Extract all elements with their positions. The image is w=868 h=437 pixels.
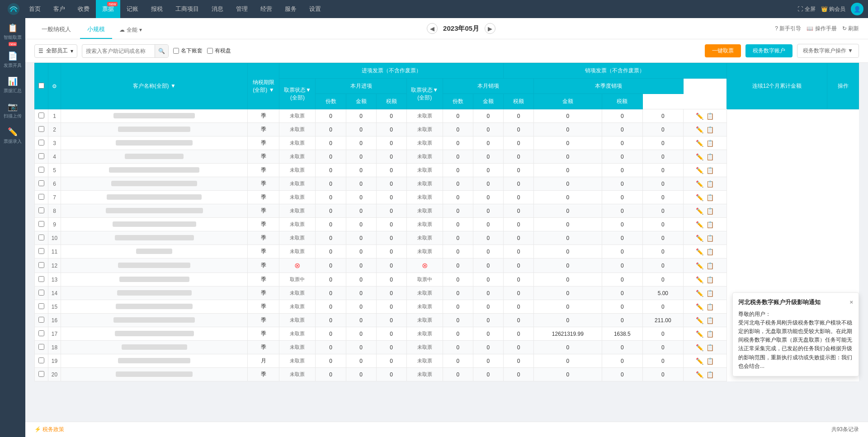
sidebar-item-ticket-entry[interactable]: ✏️ 票据录入 (0, 123, 25, 148)
nav-home[interactable]: 首页 (23, 0, 47, 18)
edit-icon[interactable]: ✏️ (696, 194, 703, 201)
row-select-checkbox[interactable] (38, 371, 44, 377)
tax-digital-account-ops-btn[interactable]: 税务数字账户操作 ▼ (797, 44, 859, 58)
copy-icon[interactable]: 📋 (706, 180, 714, 188)
fullscreen-btn[interactable]: ⛶ 全屏 (797, 5, 815, 13)
copy-icon[interactable]: 📋 (706, 153, 714, 160)
copy-icon[interactable]: 📋 (706, 330, 714, 338)
edit-icon[interactable]: ✏️ (696, 303, 703, 310)
edit-icon[interactable]: ✏️ (696, 290, 703, 297)
nav-fee[interactable]: 收费 (71, 0, 96, 18)
app-logo[interactable] (5, 0, 23, 18)
copy-icon[interactable]: 📋 (706, 126, 714, 133)
row-select-checkbox[interactable] (38, 126, 44, 132)
th-tax-period[interactable]: 纳税期限(全部) ▼ (248, 63, 279, 109)
edit-icon[interactable]: ✏️ (696, 221, 703, 228)
row-select-checkbox[interactable] (38, 303, 44, 309)
edit-icon[interactable]: ✏️ (696, 167, 703, 174)
copy-icon[interactable]: 📋 (706, 303, 714, 310)
copy-icon[interactable]: 📋 (706, 357, 714, 365)
nav-message[interactable]: 消息 (205, 0, 230, 18)
copy-icon[interactable]: 📋 (706, 248, 714, 255)
refresh-btn[interactable]: ↻ 刷新 (842, 25, 859, 33)
th-output-status[interactable]: 取票状态▼(全部) (406, 79, 443, 109)
row-select-checkbox[interactable] (38, 207, 44, 213)
employee-filter[interactable]: ☰ 全部员工 ▾ (34, 44, 77, 58)
search-button[interactable]: 🔍 (155, 44, 168, 58)
avatar[interactable]: 👤 (851, 3, 863, 15)
row-select-checkbox[interactable] (38, 344, 44, 350)
vip-btn[interactable]: 👑 购会员 (821, 5, 845, 13)
edit-icon[interactable]: ✏️ (696, 344, 703, 351)
subnav-general-taxpayer[interactable]: 一般纳税人 (34, 21, 78, 39)
edit-icon[interactable]: ✏️ (696, 248, 703, 255)
edit-icon[interactable]: ✏️ (696, 126, 703, 133)
edit-icon[interactable]: ✏️ (696, 262, 703, 269)
edit-icon[interactable]: ✏️ (696, 153, 703, 160)
row-select-checkbox[interactable] (38, 262, 44, 268)
edit-icon[interactable]: ✏️ (696, 371, 703, 378)
copy-icon[interactable]: 📋 (706, 167, 714, 174)
row-select-checkbox[interactable] (38, 221, 44, 227)
edit-icon[interactable]: ✏️ (696, 317, 703, 324)
row-select-checkbox[interactable] (38, 330, 44, 336)
sidebar-item-invoice-open[interactable]: 📄 发票开具 (0, 47, 25, 72)
edit-icon[interactable]: ✏️ (696, 235, 703, 242)
has-taxbox-checkbox[interactable]: 有税盘 (207, 47, 231, 55)
edit-icon[interactable]: ✏️ (696, 140, 703, 147)
sidebar-item-smart-ticket[interactable]: 📋 智能取票 new (0, 22, 25, 47)
search-input[interactable] (82, 48, 155, 54)
period-prev-btn[interactable]: ◀ (427, 23, 438, 34)
row-select-checkbox[interactable] (38, 248, 44, 254)
row-select-checkbox[interactable] (38, 317, 44, 323)
new-guide-btn[interactable]: ? 新手引导 (775, 25, 801, 33)
row-select-checkbox[interactable] (38, 357, 44, 363)
nav-manage[interactable]: 管理 (230, 0, 254, 18)
select-all-checkbox[interactable] (38, 83, 44, 89)
one-click-ticket-btn[interactable]: 一键取票 (705, 44, 741, 57)
tax-policy-link[interactable]: ⚡ 税务政策 (34, 426, 64, 433)
copy-icon[interactable]: 📋 (706, 344, 714, 351)
copy-icon[interactable]: 📋 (706, 371, 714, 378)
subnav-small-scale[interactable]: 小规模 (80, 21, 112, 39)
nav-settings[interactable]: 设置 (303, 0, 327, 18)
copy-icon[interactable]: 📋 (706, 276, 714, 283)
edit-icon[interactable]: ✏️ (696, 113, 703, 120)
copy-icon[interactable]: 📋 (706, 140, 714, 147)
row-select-checkbox[interactable] (38, 194, 44, 200)
sidebar-item-scan-upload[interactable]: 📷 扫描上传 (0, 98, 25, 123)
copy-icon[interactable]: 📋 (706, 113, 714, 120)
copy-icon[interactable]: 📋 (706, 235, 714, 242)
tax-digital-account-btn[interactable]: 税务数字账户 (745, 44, 793, 57)
copy-icon[interactable]: 📋 (706, 262, 714, 269)
row-select-checkbox[interactable] (38, 153, 44, 159)
nav-operation[interactable]: 经营 (254, 0, 278, 18)
edit-icon[interactable]: ✏️ (696, 357, 703, 365)
edit-icon[interactable]: ✏️ (696, 276, 703, 283)
subnav-all[interactable]: ☁ 全能 ▾ (114, 21, 147, 39)
copy-icon[interactable]: 📋 (706, 207, 714, 215)
copy-icon[interactable]: 📋 (706, 221, 714, 228)
manual-btn[interactable]: 📖 操作手册 (807, 25, 836, 33)
period-next-btn[interactable]: ▶ (485, 23, 495, 34)
th-customer-name[interactable]: 客户名称(全部) ▼ (61, 63, 248, 109)
edit-icon[interactable]: ✏️ (696, 330, 703, 338)
nav-customer[interactable]: 客户 (47, 0, 71, 18)
row-select-checkbox[interactable] (38, 290, 44, 296)
row-select-checkbox[interactable] (38, 276, 44, 282)
copy-icon[interactable]: 📋 (706, 194, 714, 201)
th-input-status[interactable]: 取票状态▼(全部) (279, 79, 316, 109)
nav-bookkeeping[interactable]: 记账 (120, 0, 145, 18)
sidebar-item-ticket-summary[interactable]: 📊 票据汇总 (0, 72, 25, 98)
row-select-checkbox[interactable] (38, 140, 44, 146)
row-select-checkbox[interactable] (38, 235, 44, 240)
row-select-checkbox[interactable] (38, 167, 44, 173)
nav-industry[interactable]: 工商项目 (169, 0, 205, 18)
edit-icon[interactable]: ✏️ (696, 207, 703, 215)
row-select-checkbox[interactable] (38, 180, 44, 186)
my-accounts-checkbox[interactable]: 名下账套 (173, 47, 203, 55)
nav-tax[interactable]: 报税 (145, 0, 169, 18)
copy-icon[interactable]: 📋 (706, 290, 714, 297)
edit-icon[interactable]: ✏️ (696, 180, 703, 188)
nav-ticket[interactable]: 票据 new (96, 0, 120, 18)
